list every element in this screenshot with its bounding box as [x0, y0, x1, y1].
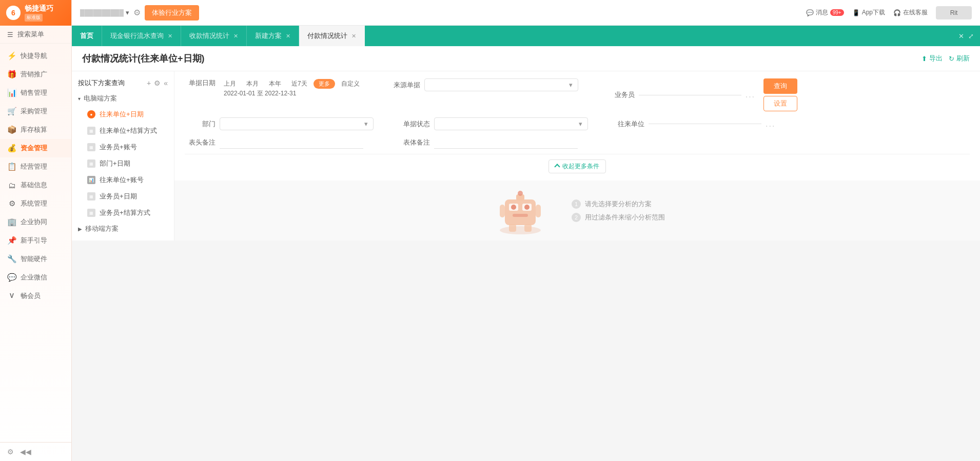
- topbar-profile-dropdown[interactable]: ██████████ ▾: [80, 9, 129, 16]
- scheme-add-icon[interactable]: +: [147, 79, 151, 87]
- header-note-input[interactable]: [220, 136, 363, 149]
- topbar-company-name: ██████████: [80, 9, 124, 16]
- tab-collection[interactable]: 收款情况统计 ✕: [181, 26, 247, 46]
- scheme-collapse-icon[interactable]: «: [164, 79, 168, 87]
- topbar-trial-button[interactable]: 体验行业方案: [145, 5, 199, 21]
- sidebar-item-label: 畅会员: [21, 291, 41, 300]
- topbar-app-label: App下载: [862, 8, 885, 17]
- scheme-item-icon-partner-date: ●: [87, 110, 95, 118]
- scheme-desktop-label: 电脑端方案: [84, 94, 117, 103]
- sidebar-item-wechat[interactable]: 💬 企业微信: [0, 268, 71, 287]
- scheme-item-dept-date[interactable]: ▦ 部门+日期: [72, 155, 174, 172]
- partner-dots[interactable]: ...: [766, 119, 775, 129]
- sidebar-header: 6 畅捷通巧 标准版: [0, 0, 71, 26]
- sidebar-item-label: 采购管理: [21, 107, 47, 116]
- chevron-up-icon: [554, 164, 560, 169]
- collapse-more-button[interactable]: 收起更多条件: [548, 159, 606, 173]
- filter-status-group: 单据状态 ▾: [399, 117, 588, 130]
- date-opt-this-month[interactable]: 本月: [242, 78, 263, 89]
- sidebar-item-label: 销售管理: [21, 88, 47, 97]
- sidebar-item-sales[interactable]: 📊 销售管理: [0, 84, 71, 102]
- tab-controls: ✕ ⤢: [952, 26, 980, 46]
- status-label: 单据状态: [399, 119, 430, 129]
- tab-payment-label: 付款情况统计: [307, 31, 347, 41]
- topbar: ██████████ ▾ ⚙ 体验行业方案 💬 消息 99+ 📱 App下载 🎧…: [72, 0, 980, 26]
- tab-close-all-icon[interactable]: ✕: [958, 32, 964, 40]
- date-opt-7days[interactable]: 近7天: [287, 78, 311, 89]
- refresh-button[interactable]: ↻ 刷新: [949, 54, 970, 63]
- tab-cashflow[interactable]: 现金银行流水查询 ✕: [102, 26, 181, 46]
- sidebar-item-finance[interactable]: 💰 资金管理: [0, 139, 71, 157]
- page-actions: ⬆ 导出 ↻ 刷新: [922, 54, 970, 63]
- scheme-item-icon-salesperson-date: ▦: [87, 192, 95, 201]
- topbar-avatar[interactable]: Rit: [936, 6, 972, 19]
- query-button[interactable]: 查询: [763, 78, 797, 94]
- topbar-settings-icon[interactable]: ⚙: [133, 8, 141, 17]
- settings-button[interactable]: 设置: [763, 96, 797, 111]
- sidebar-item-operation[interactable]: 📋 经营管理: [0, 157, 71, 176]
- sidebar-settings-btn[interactable]: ⚙: [7, 448, 14, 456]
- scheme-mobile-group-title[interactable]: ▶ 移动端方案: [72, 221, 174, 236]
- date-opt-this-year[interactable]: 本年: [265, 78, 285, 89]
- empty-tip-2: 2 用过滤条件来缩小分析范围: [572, 213, 665, 222]
- dept-select-chevron: ▾: [364, 120, 368, 128]
- topbar-message-btn[interactable]: 💬 消息 99+: [806, 8, 844, 17]
- filter-date-group: 单据日期 上月 本月 本年 近7天 更多 自定义: [185, 78, 364, 98]
- sidebar-item-member[interactable]: V 畅会员: [0, 287, 71, 305]
- status-select[interactable]: ▾: [434, 117, 588, 130]
- date-opt-more[interactable]: 更多: [313, 79, 335, 89]
- member-icon: V: [7, 291, 16, 300]
- sidebar-collapse-btn[interactable]: ◀◀: [20, 448, 31, 456]
- tab-collection-close[interactable]: ✕: [233, 33, 238, 39]
- body-note-input[interactable]: [434, 136, 578, 149]
- tab-new-plan-close[interactable]: ✕: [286, 33, 290, 39]
- svg-point-4: [511, 205, 516, 210]
- tab-home[interactable]: 首页: [72, 26, 102, 46]
- sidebar-item-hardware[interactable]: 🔧 智能硬件: [0, 250, 71, 268]
- tab-expand-icon[interactable]: ⤢: [968, 32, 974, 40]
- source-select[interactable]: ▾: [424, 78, 578, 91]
- scheme-item-salesperson-date[interactable]: ▦ 业务员+日期: [72, 188, 174, 205]
- date-opt-custom[interactable]: 自定义: [337, 78, 364, 89]
- page-header: 付款情况统计(往来单位+日期) ⬆ 导出 ↻ 刷新: [72, 46, 980, 71]
- scheme-item-label-partner-settle: 往来单位+结算方式: [100, 126, 157, 135]
- dept-select[interactable]: ▾: [220, 117, 374, 130]
- scheme-panel: 按以下方案查询 + ⚙ « ▾ 电脑端方案 ●: [72, 71, 174, 240]
- scheme-item-salesperson-settle[interactable]: ▦ 业务员+结算方式: [72, 205, 174, 221]
- scheme-item-partner-date[interactable]: ● 往来单位+日期: [72, 106, 174, 123]
- salesperson-dots[interactable]: ...: [746, 90, 755, 99]
- scheme-item-partner-settle[interactable]: ▦ 往来单位+结算方式: [72, 123, 174, 139]
- date-opt-last-month[interactable]: 上月: [220, 78, 240, 89]
- robot-svg: [489, 184, 551, 235]
- quick-nav-icon: ⚡: [7, 51, 16, 61]
- topbar-app-btn[interactable]: 📱 App下载: [852, 8, 885, 17]
- sidebar-item-guide[interactable]: 📌 新手引导: [0, 231, 71, 250]
- tab-new-plan[interactable]: 新建方案 ✕: [247, 26, 299, 46]
- scheme-desktop-group-title[interactable]: ▾ 电脑端方案: [72, 91, 174, 106]
- sidebar-search-menu[interactable]: ☰ 搜索菜单: [0, 26, 71, 44]
- sidebar-item-quick-nav[interactable]: ⚡ 快捷导航: [0, 47, 71, 65]
- tab-payment-close[interactable]: ✕: [351, 33, 356, 39]
- export-button[interactable]: ⬆ 导出: [922, 54, 943, 63]
- sidebar-item-system[interactable]: ⚙ 系统管理: [0, 194, 71, 213]
- tab-payment[interactable]: 付款情况统计 ✕: [299, 26, 365, 46]
- sidebar-item-marketing[interactable]: 🎁 营销推广: [0, 65, 71, 84]
- scheme-item-icon-salesperson-settle: ▦: [87, 209, 95, 217]
- scheme-item-label-partner-account: 往来单位+账号: [100, 175, 144, 185]
- scheme-item-salesperson-account[interactable]: ▦ 业务员+账号: [72, 139, 174, 155]
- sidebar-item-inventory[interactable]: 📦 库存核算: [0, 121, 71, 139]
- scheme-panel-icons: + ⚙ «: [147, 79, 168, 87]
- sidebar-item-purchase[interactable]: 🛒 采购管理: [0, 102, 71, 121]
- topbar-service-btn[interactable]: 🎧 在线客服: [893, 8, 928, 17]
- sidebar-item-enterprise[interactable]: 🏢 企业协同: [0, 213, 71, 231]
- sidebar-item-basic[interactable]: 🗂 基础信息: [0, 176, 71, 194]
- sidebar-item-label: 新手引导: [21, 236, 47, 245]
- scheme-mobile-label: 移动端方案: [85, 224, 119, 233]
- scheme-settings-icon[interactable]: ⚙: [154, 79, 161, 87]
- tab-cashflow-label: 现金银行流水查询: [110, 31, 164, 41]
- scheme-item-partner-account[interactable]: 📊 往来单位+账号: [72, 172, 174, 188]
- tab-cashflow-close[interactable]: ✕: [168, 33, 172, 39]
- filter-header-note-group: 表头备注: [185, 136, 363, 149]
- sidebar-item-label: 资金管理: [21, 144, 47, 153]
- scheme-item-label-salesperson-date: 业务员+日期: [100, 192, 137, 201]
